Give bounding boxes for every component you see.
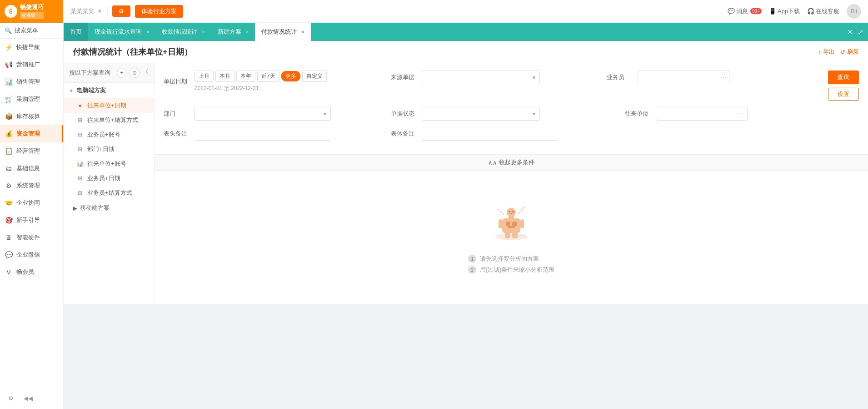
sidebar-item-base-info[interactable]: 🗂 基础信息 bbox=[0, 160, 63, 177]
tab-receipt-stats-close[interactable]: × bbox=[202, 29, 205, 35]
tabbar: 首页 现金银行流水查询 × 收款情况统计 × 新建方案 × 付款情况统计 × ✕… bbox=[64, 23, 868, 41]
sidebar-item-wechat[interactable]: 💬 企业微信 bbox=[0, 246, 63, 263]
last-month-btn[interactable]: 上月 bbox=[195, 71, 214, 82]
refresh-btn[interactable]: ↺ 刷新 bbox=[840, 48, 859, 56]
tab-new-scheme-close[interactable]: × bbox=[246, 29, 249, 35]
sidebar-item-collab[interactable]: 🤝 企业协同 bbox=[0, 194, 63, 212]
sidebar-collapse-btn[interactable]: ◀◀ bbox=[22, 392, 35, 404]
sidebar-footer: ⚙ ◀◀ bbox=[0, 387, 63, 409]
tab-new-scheme[interactable]: 新建方案 × bbox=[211, 23, 255, 41]
filter-item-header-note: 表头备注 bbox=[164, 127, 391, 141]
main-body: 按以下方案查询 + ⊙ 《 ▼ 电脑端方案 ● 往来单位+日期 bbox=[64, 63, 868, 304]
sidebar-item-marketing[interactable]: 📢 营销推广 bbox=[0, 56, 63, 73]
tab-home[interactable]: 首页 bbox=[64, 23, 88, 41]
sidebar-item-hardware[interactable]: 🖥 智能硬件 bbox=[0, 229, 63, 246]
scheme-item-partner-settle[interactable]: ⊞ 往来单位+结算方式 bbox=[64, 113, 154, 127]
filter-item-date: 单据日期 上月 本月 本年 近7天 更多 自定义 20 bbox=[164, 71, 391, 92]
tab-bank-flow[interactable]: 现金银行流水查询 × bbox=[88, 23, 155, 41]
this-month-btn[interactable]: 本月 bbox=[215, 71, 234, 82]
body-note-input[interactable] bbox=[422, 127, 558, 141]
sidebar-item-sales[interactable]: 📊 销售管理 bbox=[0, 73, 63, 91]
service-icon: 🎧 bbox=[807, 8, 814, 15]
operation-icon: 📋 bbox=[5, 147, 13, 155]
svg-line-14 bbox=[498, 209, 504, 215]
messages-btn[interactable]: 💬 消息 99+ bbox=[728, 7, 762, 15]
scheme-item-partner-date[interactable]: ● 往来单位+日期 bbox=[64, 98, 154, 113]
this-year-btn[interactable]: 本年 bbox=[236, 71, 255, 82]
tab-receipt-stats-label: 收款情况统计 bbox=[162, 28, 197, 36]
salesman-input[interactable] bbox=[638, 71, 729, 84]
user-avatar[interactable]: Rit bbox=[847, 4, 861, 19]
sidebar-item-label: 企业微信 bbox=[16, 251, 40, 259]
scheme-collapse-btn[interactable]: 《 bbox=[142, 68, 149, 78]
app-download-btn[interactable]: 📱 App下载 bbox=[769, 7, 800, 15]
sidebar-item-label: 销售管理 bbox=[16, 78, 40, 86]
sidebar-item-finance[interactable]: 💰 资金管理 bbox=[0, 125, 63, 142]
dept-label: 部门 bbox=[164, 110, 191, 118]
settings-btn[interactable]: ⚙ bbox=[112, 5, 130, 17]
close-all-tabs-btn[interactable]: ✕ bbox=[847, 28, 853, 36]
scheme-header-title: 按以下方案查询 bbox=[69, 69, 110, 77]
tab-payment-stats-close[interactable]: × bbox=[301, 29, 304, 35]
sidebar: 6 畅捷通巧 标准版 🔍 搜索菜单 ⚡ 快捷导航 📢 营销推广 📊 销售管理 🛒… bbox=[0, 0, 64, 409]
sidebar-item-operation[interactable]: 📋 经营管理 bbox=[0, 142, 63, 160]
dept-select[interactable] bbox=[195, 107, 331, 121]
expand-btn[interactable]: ⤢ bbox=[858, 28, 863, 36]
last-7days-btn[interactable]: 近7天 bbox=[257, 71, 279, 82]
scheme-active-icon: ● bbox=[76, 102, 84, 109]
industry-btn[interactable]: 体验行业方案 bbox=[135, 5, 183, 18]
date-label: 单据日期 bbox=[164, 77, 191, 86]
sidebar-settings-btn[interactable]: ⚙ bbox=[5, 392, 17, 404]
sidebar-search[interactable]: 🔍 搜索菜单 bbox=[0, 23, 63, 39]
svg-rect-3 bbox=[512, 222, 517, 226]
scheme-settings-btn[interactable]: ⊙ bbox=[130, 68, 140, 78]
more-date-btn[interactable]: 更多 bbox=[281, 71, 300, 81]
filter-results-area: 单据日期 上月 本月 本年 近7天 更多 自定义 20 bbox=[155, 63, 868, 304]
add-scheme-btn[interactable]: + bbox=[117, 68, 127, 78]
page-title: 付款情况统计（往来单位+日期） bbox=[73, 46, 192, 57]
scheme-item-salesman-date[interactable]: ⊞ 业务员+日期 bbox=[64, 171, 154, 186]
refresh-icon: ↺ bbox=[840, 49, 845, 56]
filter-settings-btn[interactable]: 设置 bbox=[828, 88, 859, 101]
sidebar-item-label: 营销推广 bbox=[16, 61, 40, 69]
tab-bank-flow-close[interactable]: × bbox=[146, 29, 149, 35]
svg-point-6 bbox=[507, 208, 516, 217]
scheme-mobile-group[interactable]: ▶ 移动端方案 bbox=[64, 200, 154, 216]
online-service-btn[interactable]: 🎧 在线客服 bbox=[807, 7, 839, 15]
export-btn[interactable]: ↑ 导出 bbox=[818, 48, 835, 56]
marketing-icon: 📢 bbox=[5, 61, 13, 69]
tab-payment-stats[interactable]: 付款情况统计 × bbox=[255, 23, 310, 41]
scheme-pc-group-title[interactable]: ▼ 电脑端方案 bbox=[64, 83, 154, 98]
date-buttons: 上月 本月 本年 近7天 更多 自定义 bbox=[195, 71, 327, 82]
svg-rect-11 bbox=[520, 219, 524, 228]
custom-date-btn[interactable]: 自定义 bbox=[302, 71, 327, 82]
body-note-label: 表体备注 bbox=[391, 130, 418, 138]
scheme-item-partner-account[interactable]: 📊 往来单位+账号 bbox=[64, 157, 154, 171]
filter-row-1: 单据日期 上月 本月 本年 近7天 更多 自定义 20 bbox=[164, 71, 859, 101]
scheme-item-salesman-account[interactable]: ⊞ 业务员+账号 bbox=[64, 127, 154, 142]
bill-status-select[interactable] bbox=[422, 107, 540, 121]
sidebar-item-label: 库存核算 bbox=[16, 112, 40, 121]
date-range-display: 2022-01-01 至 2022-12-31 bbox=[195, 85, 327, 92]
filter-item-source-bill: 来源单据 ▼ bbox=[391, 71, 607, 84]
header-note-input[interactable] bbox=[195, 127, 331, 141]
guide-icon: 🎯 bbox=[5, 216, 13, 224]
partner-input[interactable] bbox=[656, 107, 748, 121]
query-btn[interactable]: 查询 bbox=[828, 71, 859, 84]
sidebar-item-quick-nav[interactable]: ⚡ 快捷导航 bbox=[0, 39, 63, 56]
tab-receipt-stats[interactable]: 收款情况统计 × bbox=[155, 23, 211, 41]
scheme-item-salesman-settle[interactable]: ⊞ 业务员+结算方式 bbox=[64, 186, 154, 200]
collapse-bar[interactable]: ∧∧ 收起更多条件 bbox=[155, 154, 868, 171]
finance-icon: 💰 bbox=[5, 130, 13, 138]
sidebar-item-label: 基础信息 bbox=[16, 164, 40, 172]
sidebar-item-guide[interactable]: 🎯 新手引导 bbox=[0, 212, 63, 229]
sidebar-item-label: 畅会员 bbox=[16, 268, 34, 276]
sidebar-item-purchase[interactable]: 🛒 采购管理 bbox=[0, 91, 63, 108]
sidebar-item-inventory[interactable]: 📦 库存核算 bbox=[0, 108, 63, 125]
sidebar-item-member[interactable]: V 畅会员 bbox=[0, 263, 63, 281]
scheme-item-dept-date[interactable]: ⊞ 部门+日期 bbox=[64, 142, 154, 157]
svg-rect-9 bbox=[510, 213, 512, 214]
sidebar-item-system[interactable]: ⚙ 系统管理 bbox=[0, 177, 63, 194]
source-bill-select[interactable] bbox=[422, 71, 540, 84]
company-name: 某某某某 ▼ bbox=[70, 7, 103, 15]
